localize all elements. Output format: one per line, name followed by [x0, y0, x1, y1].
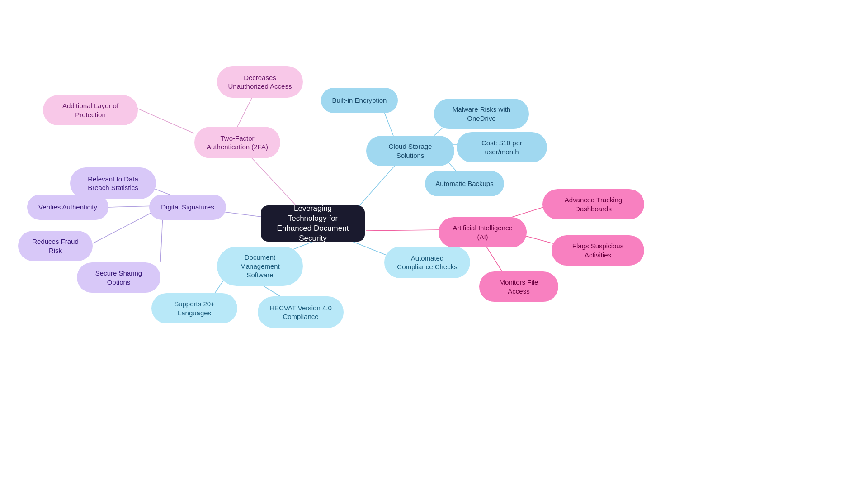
additional-node: Additional Layer of Protection: [43, 95, 138, 125]
advanced-tracking-node: Advanced Tracking Dashboards: [542, 189, 644, 219]
cost-node: Cost: $10 per user/month: [457, 132, 547, 162]
cost-label: Cost: $10 per user/month: [467, 138, 537, 156]
2fa-node: Two-Factor Authentication (2FA): [194, 127, 280, 158]
svg-line-2: [136, 108, 194, 133]
center-node: Leveraging Technology for Enhanced Docum…: [261, 205, 365, 242]
auto-compliance-label: Automated Compliance Checks: [394, 254, 460, 271]
supports-label: Supports 20+ Languages: [161, 300, 227, 317]
verifies-label: Verifies Authenticity: [38, 203, 97, 212]
flags-label: Flags Suspicious Activities: [561, 242, 634, 259]
digital-sig-label: Digital Signatures: [161, 203, 214, 212]
auto-backup-label: Automatic Backups: [435, 179, 493, 188]
doc-mgmt-label: Document Management Software: [227, 253, 293, 280]
svg-line-7: [160, 215, 163, 262]
malware-node: Malware Risks with OneDrive: [434, 99, 529, 129]
auto-backup-node: Automatic Backups: [425, 171, 504, 196]
decreases-label: Decreases Unauthorized Access: [227, 73, 293, 91]
reduces-fraud-node: Reduces Fraud Risk: [18, 231, 93, 261]
cloud-node: Cloud Storage Solutions: [366, 136, 454, 166]
malware-label: Malware Risks with OneDrive: [444, 105, 519, 123]
flags-node: Flags Suspicious Activities: [552, 235, 644, 266]
verifies-node: Verifies Authenticity: [27, 195, 108, 220]
center-label: Leveraging Technology for Enhanced Docum…: [275, 204, 350, 243]
2fa-label: Two-Factor Authentication (2FA): [204, 134, 270, 152]
svg-line-17: [366, 230, 439, 231]
secure-sharing-node: Secure Sharing Options: [77, 262, 160, 293]
advanced-tracking-label: Advanced Tracking Dashboards: [552, 195, 634, 213]
doc-mgmt-node: Document Management Software: [217, 247, 303, 286]
auto-compliance-node: Automated Compliance Checks: [384, 247, 470, 278]
monitors-label: Monitors File Access: [489, 278, 548, 295]
hecvat-label: HECVAT Version 4.0 Compliance: [268, 304, 334, 321]
builtin-label: Built-in Encryption: [332, 96, 387, 105]
secure-sharing-label: Secure Sharing Options: [87, 269, 151, 286]
monitors-node: Monitors File Access: [479, 271, 558, 302]
cloud-label: Cloud Storage Solutions: [376, 142, 444, 160]
reduces-fraud-label: Reduces Fraud Risk: [28, 237, 83, 255]
decreases-node: Decreases Unauthorized Access: [217, 66, 303, 98]
builtin-node: Built-in Encryption: [321, 88, 398, 113]
supports-node: Supports 20+ Languages: [151, 293, 237, 323]
digital-sig-node: Digital Signatures: [149, 195, 226, 220]
ai-node: Artificial Intelligence (AI): [439, 217, 527, 247]
relevant-label: Relevant to Data Breach Statistics: [80, 175, 146, 192]
hecvat-node: HECVAT Version 4.0 Compliance: [258, 296, 344, 328]
ai-label: Artificial Intelligence (AI): [448, 224, 517, 241]
additional-label: Additional Layer of Protection: [53, 101, 128, 119]
